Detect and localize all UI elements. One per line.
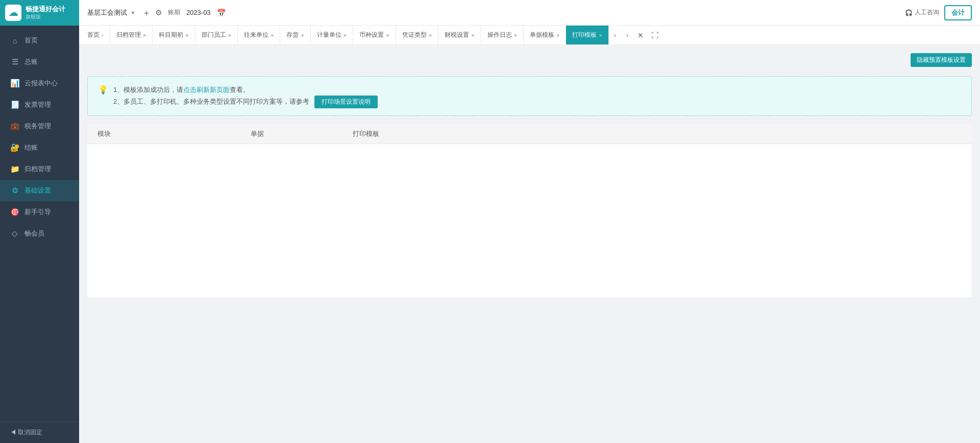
print-template-table: 模块 单据 打印模板 [87, 124, 972, 297]
sidebar-label-guide: 新手引导 [24, 207, 51, 217]
bulb-icon: 💡 [98, 85, 108, 95]
headset-icon: 🎧 [905, 9, 913, 16]
company-name: 基层工会测试 [87, 8, 127, 17]
sidebar-label-tax: 税务管理 [24, 122, 51, 131]
main-area: 基层工会测试 ▼ ＋ ⚙ 账期 2023-03 📅 🎧 人工咨询 会计 首页 ‹… [79, 0, 980, 443]
sidebar-item-closing[interactable]: 🔐 结账 [0, 137, 79, 158]
sidebar-item-member[interactable]: ◇ 畅会员 [0, 223, 79, 244]
tax-icon: 💼 [10, 122, 19, 131]
sidebar-nav: ⌂ 首页 ☰ 总账 📊 云报表中心 🧾 发票管理 💼 税务管理 🔐 结账 📁 归… [0, 26, 79, 422]
company-selector[interactable]: 基层工会测试 ▼ [87, 8, 136, 17]
tab-archive[interactable]: 归档管理 × [110, 26, 153, 45]
explain-button[interactable]: 打印场景设置说明 [314, 96, 378, 108]
member-icon: ◇ [10, 229, 19, 238]
table-header-row: 模块 单据 打印模板 [87, 124, 972, 144]
tab-prev-button[interactable]: ‹ [609, 26, 621, 45]
tab-unit[interactable]: 计量单位 × [311, 26, 353, 45]
tab-department-label: 部门员工 [202, 31, 226, 39]
tab-print[interactable]: 打印模板 × [566, 26, 608, 45]
tab-print-label: 打印模板 [572, 31, 597, 39]
sidebar-item-reports[interactable]: 📊 云报表中心 [0, 73, 79, 94]
app-logo: ☁ 畅捷通好会计 旗舰版 [0, 0, 79, 26]
ledger-icon: ☰ [10, 57, 19, 66]
sidebar: ☁ 畅捷通好会计 旗舰版 ⌂ 首页 ☰ 总账 📊 云报表中心 🧾 发票管理 💼 … [0, 0, 79, 443]
sidebar-item-invoice[interactable]: 🧾 发票管理 [0, 94, 79, 115]
tab-home-label: 首页 [87, 31, 100, 39]
tab-subject[interactable]: 科目期初 × [153, 26, 195, 45]
tab-currency-label: 币种设置 [359, 31, 384, 39]
tab-partner[interactable]: 往来单位 × [238, 26, 280, 45]
tab-close-all-button[interactable]: ✕ [633, 26, 648, 45]
sidebar-item-settings[interactable]: ⚙ 基础设置 [0, 180, 79, 201]
home-icon: ⌂ [10, 36, 19, 45]
logo-icon: ☁ [5, 5, 21, 21]
sidebar-label-home: 首页 [24, 36, 38, 45]
tab-partner-close-icon[interactable]: × [271, 32, 274, 38]
unpin-button[interactable]: ◀ 取消固定 [0, 422, 79, 443]
invoice-icon: 🧾 [10, 100, 19, 109]
calendar-icon[interactable]: 📅 [217, 9, 226, 17]
notice-box: 💡 1、模板添加成功后，请点击刷新新页面查看。 2、多员工、多打印机、多种业务类… [87, 76, 972, 116]
tab-voucher-close-icon[interactable]: × [429, 32, 432, 38]
tab-maximize-button[interactable]: ⛶ [648, 26, 662, 45]
tab-archive-close-icon[interactable]: × [143, 32, 146, 38]
tab-oplog-close-icon[interactable]: × [514, 32, 517, 38]
tab-inventory[interactable]: 存货 × [280, 26, 310, 45]
tab-single-close-icon[interactable]: × [556, 32, 559, 38]
tab-single[interactable]: 单据模板 × [524, 26, 566, 45]
accountant-button[interactable]: 会计 [944, 5, 972, 20]
tab-bar: 首页 ‹ 归档管理 × 科目期初 × 部门员工 × 往来单位 × 存货 × 计量… [79, 26, 980, 45]
col-header-module: 模块 [97, 129, 251, 138]
tab-print-close-icon[interactable]: × [599, 32, 602, 38]
sidebar-item-guide[interactable]: 🎯 新手引导 [0, 201, 79, 223]
tab-finance-close-icon[interactable]: × [471, 32, 474, 38]
topbar-actions: ＋ ⚙ [142, 7, 162, 19]
tab-single-label: 单据模板 [530, 31, 554, 39]
tab-subject-close-icon[interactable]: × [185, 32, 188, 38]
tab-department-close-icon[interactable]: × [228, 32, 231, 38]
tab-unit-label: 计量单位 [317, 31, 341, 39]
add-company-icon[interactable]: ＋ [142, 7, 151, 19]
tab-voucher[interactable]: 凭证类型 × [396, 26, 438, 45]
human-service-button[interactable]: 🎧 人工咨询 [905, 8, 939, 17]
sidebar-label-archive: 归档管理 [24, 165, 51, 174]
notice-line2: 2、多员工、多打印机、多种业务类型设置不同打印方案等，请参考 打印场景设置说明 [113, 96, 378, 108]
hide-preview-button[interactable]: 隐藏预置模板设置 [911, 53, 972, 67]
notice-line1: 1、模板添加成功后，请点击刷新新页面查看。 [113, 84, 378, 96]
sidebar-item-tax[interactable]: 💼 税务管理 [0, 115, 79, 137]
app-name: 畅捷通好会计 [26, 5, 65, 14]
tab-currency-close-icon[interactable]: × [386, 32, 389, 38]
tab-inventory-label: 存货 [286, 31, 299, 39]
sidebar-label-ledger: 总账 [24, 57, 38, 66]
tab-unit-close-icon[interactable]: × [344, 32, 347, 38]
sidebar-label-reports: 云报表中心 [24, 79, 58, 88]
reports-icon: 📊 [10, 79, 19, 88]
company-settings-icon[interactable]: ⚙ [155, 8, 162, 17]
sidebar-item-archive[interactable]: 📁 归档管理 [0, 158, 79, 180]
tab-partner-label: 往来单位 [244, 31, 268, 39]
tab-finance-label: 财税设置 [445, 31, 469, 39]
tab-home[interactable]: 首页 ‹ [81, 26, 110, 45]
sidebar-item-ledger[interactable]: ☰ 总账 [0, 51, 79, 73]
col-header-single: 单据 [251, 129, 353, 138]
tab-archive-label: 归档管理 [116, 31, 141, 39]
tab-department[interactable]: 部门员工 × [195, 26, 238, 45]
tab-next-button[interactable]: › [621, 26, 633, 45]
settings-icon: ⚙ [10, 186, 19, 195]
period-label: 账期 [168, 8, 180, 17]
tab-currency[interactable]: 币种设置 × [353, 26, 396, 45]
sidebar-item-home[interactable]: ⌂ 首页 [0, 30, 79, 51]
content-area: 隐藏预置模板设置 💡 1、模板添加成功后，请点击刷新新页面查看。 2、多员工、多… [79, 45, 980, 443]
tab-finance[interactable]: 财税设置 × [438, 26, 481, 45]
notice-line1-prefix: 1、模板添加成功后，请 [113, 86, 183, 94]
tab-subject-label: 科目期初 [159, 31, 183, 39]
tab-home-prev-icon: ‹ [102, 32, 104, 38]
top-bar: 基层工会测试 ▼ ＋ ⚙ 账期 2023-03 📅 🎧 人工咨询 会计 [79, 0, 980, 26]
tab-inventory-close-icon[interactable]: × [301, 32, 304, 38]
tab-oplog[interactable]: 操作日志 × [481, 26, 524, 45]
notice-line1-suffix: 查看。 [230, 86, 250, 94]
company-dropdown-icon: ▼ [130, 10, 136, 16]
sidebar-label-member: 畅会员 [24, 229, 44, 238]
notice-refresh-link[interactable]: 点击刷新新页面 [183, 86, 230, 94]
unpin-label: ◀ 取消固定 [10, 428, 42, 437]
